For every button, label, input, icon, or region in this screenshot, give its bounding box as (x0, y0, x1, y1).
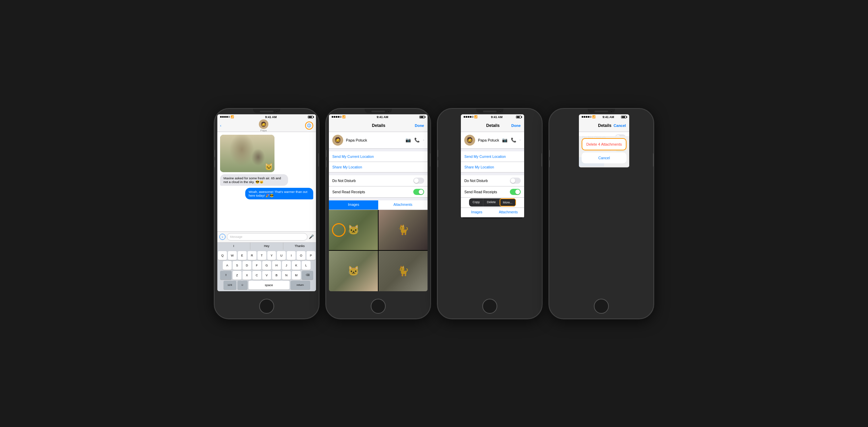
key-t[interactable]: T (257, 251, 266, 260)
battery-1 (308, 116, 313, 118)
image-cell-4[interactable]: 🐈 (379, 251, 428, 291)
key-z[interactable]: Z (233, 271, 241, 280)
key-g[interactable]: G (262, 261, 271, 270)
key-u[interactable]: U (277, 251, 286, 260)
tab-bar-2: Images Attachments (329, 200, 428, 210)
image-cell-2[interactable]: 🐈 (379, 210, 428, 250)
section-gap-2b (329, 173, 428, 175)
vol-up-2 (326, 150, 327, 157)
key-o[interactable]: O (297, 251, 305, 260)
send-location-3[interactable]: Send My Current Location (461, 151, 524, 162)
vol-buttons-2 (326, 150, 327, 167)
image-cell-3[interactable]: 🐱 (329, 251, 378, 291)
ctx-more[interactable]: More... (500, 198, 516, 207)
details-title-3: Details (486, 123, 500, 128)
phone3-shell: 📶 9:41 AM Details Done (437, 108, 542, 319)
done-button-2[interactable]: Done (415, 124, 424, 128)
contact-name-1: Papa (260, 129, 267, 132)
home-button-1[interactable] (259, 299, 274, 314)
messages-nav: ‹ 🧔 Papa ⓘ (217, 120, 316, 132)
key-space[interactable]: space (249, 281, 289, 290)
battery-3 (516, 116, 521, 118)
key-numbers[interactable]: 123 (223, 281, 236, 290)
key-c[interactable]: C (252, 271, 261, 280)
tab-attachments-3[interactable]: Attachments (493, 208, 524, 217)
images-grid-2: 🐱 🐈 🐱 🐈 (329, 210, 428, 291)
home-button-3[interactable] (482, 299, 497, 314)
key-m[interactable]: M (292, 271, 301, 280)
key-a[interactable]: A (223, 261, 232, 270)
key-l[interactable]: L (302, 261, 311, 270)
key-emoji[interactable]: ☺ (237, 281, 248, 290)
vol-down (214, 160, 215, 167)
speaker-2 (371, 111, 385, 112)
key-r[interactable]: R (248, 251, 256, 260)
signal-dot-4 (226, 116, 228, 118)
video-call-button-3[interactable]: 📷 (502, 137, 507, 143)
details-nav-2: Details Done (329, 120, 428, 132)
battery-fill-1 (308, 116, 312, 118)
key-j[interactable]: J (282, 261, 291, 270)
image-cell-1[interactable]: 🐱 (329, 210, 378, 250)
key-y[interactable]: Y (267, 251, 276, 260)
delete-attachments-button[interactable]: Delete 4 Attachments (582, 138, 627, 150)
key-h[interactable]: H (272, 261, 281, 270)
key-p[interactable]: P (306, 251, 315, 260)
contact-row-3: 🧔 Papa Potuck 📷 📞 › (461, 132, 524, 149)
phone1-shell: 📶 9:41 AM ‹ 🧔 (214, 108, 319, 319)
key-b[interactable]: B (272, 271, 281, 280)
orange-circle-1 (332, 223, 346, 237)
expand-button[interactable]: › (219, 234, 226, 240)
share-location-3[interactable]: Share My Location (461, 162, 524, 173)
key-k[interactable]: K (292, 261, 301, 270)
key-delete[interactable]: ⌫ (302, 271, 313, 280)
cancel-action-button[interactable]: Cancel (582, 152, 627, 163)
tab-attachments-2[interactable]: Attachments (378, 200, 428, 210)
pred-item-1[interactable]: I (217, 243, 250, 250)
back-button[interactable]: ‹ (220, 124, 222, 128)
tab-images-3[interactable]: Images (461, 208, 493, 217)
phone2-wrapper: 📶 9:41 AM Details Done (326, 108, 431, 319)
power-btn-3 (541, 153, 542, 167)
predictive-bar: I Hey Thanks (217, 242, 316, 250)
ctx-copy[interactable]: Copy (469, 198, 483, 207)
dnd-toggle-2[interactable] (413, 178, 424, 184)
home-button-4[interactable] (594, 299, 609, 314)
phone-call-button-3[interactable]: 📞 (511, 137, 516, 143)
details-title-2: Details (372, 123, 385, 128)
pred-item-2[interactable]: Hey (250, 243, 283, 250)
info-button[interactable]: ⓘ (305, 121, 313, 130)
cancel-button-4[interactable]: Cancel (614, 124, 626, 128)
key-i[interactable]: I (287, 251, 296, 260)
key-e[interactable]: E (238, 251, 247, 260)
done-button-3[interactable]: Done (511, 124, 521, 128)
battery-2 (419, 116, 425, 118)
key-shift[interactable]: ⇧ (220, 271, 232, 280)
mic-icon[interactable]: 🎤 (309, 234, 314, 239)
signal-dot-2 (222, 116, 224, 118)
send-location-2[interactable]: Send My Current Location (329, 151, 428, 162)
read-receipts-toggle-2[interactable] (413, 189, 424, 195)
pred-item-3[interactable]: Thanks (283, 243, 316, 250)
key-q[interactable]: Q (218, 251, 227, 260)
home-button-2[interactable] (371, 299, 386, 314)
key-x[interactable]: X (243, 271, 251, 280)
dnd-toggle-3[interactable] (510, 178, 521, 184)
key-v[interactable]: V (262, 271, 271, 280)
key-f[interactable]: F (252, 261, 261, 270)
key-s[interactable]: S (233, 261, 241, 270)
key-d[interactable]: D (243, 261, 251, 270)
tab-images-2[interactable]: Images (329, 200, 378, 210)
key-w[interactable]: W (228, 251, 237, 260)
video-call-button-2[interactable]: 📷 (405, 137, 411, 143)
vol-up (214, 150, 215, 157)
read-receipts-toggle-3[interactable] (510, 189, 521, 195)
power-btn-2 (430, 153, 431, 167)
key-return[interactable]: return (290, 281, 310, 290)
phone-call-button-2[interactable]: 📞 (414, 137, 420, 143)
ctx-delete[interactable]: Delete (483, 198, 499, 207)
message-input[interactable]: Message (227, 233, 307, 241)
status-bar-2: 📶 9:41 AM (329, 114, 428, 120)
key-n[interactable]: N (282, 271, 291, 280)
share-location-2[interactable]: Share My Location (329, 162, 428, 173)
